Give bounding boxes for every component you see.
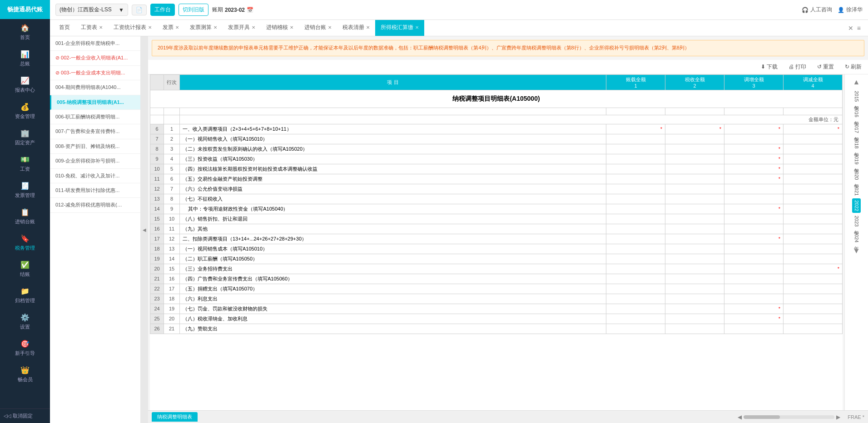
- left-panel-item-006[interactable]: 006-职工薪酬纳税调整明细...: [50, 110, 140, 124]
- left-panel-item-011[interactable]: 011-研发费用加计扣除优惠...: [50, 183, 140, 198]
- sidebar-item-home[interactable]: 🏠 首页: [0, 19, 50, 45]
- tab-purchase-check[interactable]: 进销稽核 ✕: [261, 20, 299, 36]
- bottom-tab-adjust[interactable]: 纳税调整明细表: [152, 412, 198, 422]
- collapse-btn[interactable]: ◁◁ 取消固定: [0, 408, 50, 423]
- sidebar-item-archive[interactable]: 📁 归档管理: [0, 282, 50, 309]
- workbench-btn[interactable]: 工作台: [150, 4, 175, 16]
- table-row: 25 20 （八）税收滞纳金、加收利息 *: [150, 314, 843, 324]
- copy-btn[interactable]: 📄: [132, 5, 147, 15]
- left-panel-item-009[interactable]: 009-企业所得税弥补亏损明...: [50, 154, 140, 168]
- app-logo: 畅捷通易代账: [0, 0, 50, 19]
- menu-icon[interactable]: ≡: [857, 25, 861, 32]
- sidebar-item-invoice[interactable]: 🧾 发票管理: [0, 177, 50, 203]
- reset-icon: ↺: [817, 64, 822, 70]
- year-2024[interactable]: 2024年: [852, 230, 861, 244]
- close-icon[interactable]: ✕: [99, 25, 103, 30]
- year-2017[interactable]: 2017年: [852, 120, 861, 135]
- left-panel-item-002[interactable]: ⊘ 002-一般企业收入明细表(A1...: [50, 51, 140, 65]
- print-btn[interactable]: 🖨 打印: [786, 62, 809, 72]
- year-2019[interactable]: 2019年: [852, 152, 861, 166]
- left-panel-item-010[interactable]: 010-免税、减计收入及加计...: [50, 169, 140, 183]
- sidebar-item-tax[interactable]: 🔖 税务管理: [0, 230, 50, 256]
- sidebar-item-purchase[interactable]: 📋 进销台账: [0, 203, 50, 230]
- close-icon[interactable]: ✕: [328, 25, 332, 30]
- year-down-btn[interactable]: ▼: [851, 245, 862, 257]
- close-icon[interactable]: ✕: [213, 25, 217, 30]
- year-2020[interactable]: 2020年: [852, 167, 861, 182]
- left-panel-item-008[interactable]: 008-资产折旧、摊销及纳税...: [50, 139, 140, 154]
- tab-label: 所得税汇算缴: [381, 24, 413, 31]
- table-row: 6 1 一、收入类调整项目（2+3+4+5+6+7+8+10+11） * * *…: [150, 124, 843, 134]
- service-btn[interactable]: 🎧 人工咨询: [802, 6, 832, 14]
- horizontal-scrollbar[interactable]: [744, 415, 834, 419]
- sidebar-item-ledger[interactable]: 📊 总账: [0, 45, 50, 72]
- sidebar-item-assets[interactable]: 🏢 固定资产: [0, 124, 50, 151]
- guide-icon: 🎯: [20, 339, 30, 348]
- scroll-left-icon[interactable]: ◀: [738, 414, 742, 420]
- switch-old-btn[interactable]: 切到旧版: [179, 4, 208, 16]
- reset-btn[interactable]: ↺ 重置: [814, 62, 837, 72]
- left-panel-item-004[interactable]: 004-期间费用明细表(A1040...: [50, 80, 140, 95]
- left-panel-item-007[interactable]: 007-广告费和业务宣传费特...: [50, 124, 140, 139]
- scroll-right-icon[interactable]: ▶: [836, 414, 840, 420]
- spreadsheet-container[interactable]: 行次 项 目 账载全额 1 税收全额 2: [150, 74, 843, 410]
- tab-home[interactable]: 首页: [54, 20, 75, 36]
- period-value: 2023-02: [225, 7, 245, 13]
- year-2016[interactable]: 2016年: [852, 104, 861, 119]
- finance-icon: 💰: [20, 103, 30, 111]
- table-row: 26 21 （九）赞助支出: [150, 324, 843, 334]
- left-panel-item-003[interactable]: ⊘ 003-一般企业成本支出明细...: [50, 66, 140, 80]
- table-row: 14 9 其中：专项用途财政性资金（填写A105040） *: [150, 204, 843, 214]
- year-2023[interactable]: 2023年: [852, 214, 861, 228]
- tab-salary[interactable]: 工资表 ✕: [75, 20, 108, 36]
- year-up-btn[interactable]: ▲: [851, 76, 862, 88]
- calendar-icon[interactable]: 📅: [247, 7, 253, 13]
- left-panel: 001-企业所得税年度纳税申... ⊘ 002-一般企业收入明细表(A1... …: [50, 36, 141, 423]
- close-icon[interactable]: ✕: [148, 25, 152, 30]
- sidebar-item-close[interactable]: ✅ 结账: [0, 256, 50, 282]
- user-menu[interactable]: 👤 徐泽华: [838, 6, 863, 14]
- frae-label: FRAE *: [848, 414, 864, 420]
- sidebar-item-member[interactable]: 👑 畅会员: [0, 361, 50, 388]
- left-panel-item-001[interactable]: 001-企业所得税年度纳税申...: [50, 36, 140, 51]
- tab-invoice-open[interactable]: 发票开具 ✕: [223, 20, 261, 36]
- left-panel-item-005[interactable]: 005-纳税调整项目明细表(A1...: [50, 95, 140, 110]
- refresh-btn[interactable]: ↻ 刷新: [842, 62, 864, 72]
- tab-purchase-ledger[interactable]: 进销台账 ✕: [299, 20, 337, 36]
- sidebar-item-settings[interactable]: ⚙️ 设置: [0, 309, 50, 335]
- download-btn[interactable]: ⬇ 下载: [758, 62, 780, 72]
- close-icon[interactable]: ✕: [415, 25, 419, 30]
- close-icon[interactable]: ✕: [175, 25, 179, 30]
- sidebar: 畅捷通易代账 🏠 首页 📊 总账 📈 报表中心 💰 资金管理 🏢 固定资产 💵 …: [0, 0, 50, 423]
- print-icon: 🖨: [789, 64, 794, 70]
- tab-salary-report[interactable]: 工资统计报表 ✕: [108, 20, 157, 36]
- table-row: 9 4 （三）投资收益（填写A105030） *: [150, 154, 843, 164]
- year-2021[interactable]: 2021年: [852, 183, 861, 197]
- sidebar-item-label: 固定资产: [15, 139, 35, 146]
- sidebar-item-reports[interactable]: 📈 报表中心: [0, 72, 50, 98]
- panel-collapse-btn[interactable]: ◀: [141, 36, 148, 423]
- tab-invoice[interactable]: 发票 ✕: [157, 20, 184, 36]
- tab-invoice-calc[interactable]: 发票测算 ✕: [184, 20, 223, 36]
- year-2018[interactable]: 2018年: [852, 136, 861, 150]
- period-display: 账期 2023-02 📅: [212, 6, 253, 14]
- sidebar-item-guide[interactable]: 🎯 新手引导: [0, 335, 50, 361]
- tab-income-tax[interactable]: 所得税汇算缴 ✕: [375, 20, 424, 36]
- table-row: 24 19 （七）罚金、罚款和被没收财物的损失 *: [150, 304, 843, 314]
- sidebar-item-finance[interactable]: 💰 资金管理: [0, 98, 50, 124]
- close-all-icon[interactable]: ✕: [848, 25, 853, 32]
- sidebar-item-salary[interactable]: 💵 工资: [0, 151, 50, 177]
- left-panel-item-012[interactable]: 012-减免所得税优惠明细表(…: [50, 198, 140, 212]
- close-icon[interactable]: ✕: [290, 25, 293, 30]
- tab-label: 工资表: [81, 24, 97, 31]
- year-2015[interactable]: 2015年: [852, 89, 861, 103]
- item-header: 项 目: [180, 74, 606, 90]
- col2-header: 税收全额 2: [665, 74, 724, 90]
- tab-tax-list[interactable]: 税表清册 ✕: [337, 20, 375, 36]
- year-2022[interactable]: 2022年: [852, 198, 861, 213]
- sidebar-item-label: 进销台账: [15, 218, 35, 225]
- company-selector[interactable]: (物创）江西股金-LSS ▼: [55, 4, 128, 16]
- close-icon[interactable]: ✕: [366, 25, 370, 30]
- tab-label: 首页: [59, 24, 70, 31]
- close-icon[interactable]: ✕: [252, 25, 255, 30]
